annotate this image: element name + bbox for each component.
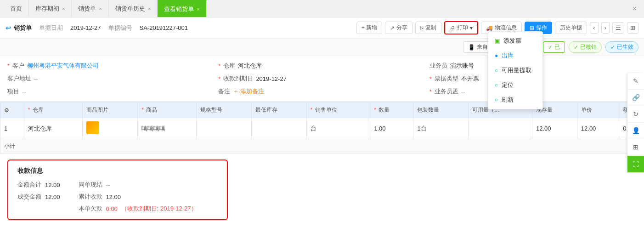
ticket-required: *	[429, 75, 432, 82]
sidebar-link-icon[interactable]: 🔗	[627, 90, 644, 106]
mobile-icon: 📱	[468, 44, 475, 51]
due-value: 2019-12-27	[256, 75, 287, 82]
settle-label: 同单现结	[79, 181, 102, 189]
address-label: 客户地址	[7, 74, 31, 83]
row-product-img	[83, 118, 138, 139]
grid-view-button[interactable]: ⊞	[627, 22, 638, 34]
project-value: --	[22, 88, 26, 95]
table-row: 1 河北仓库 嘻嘻嘻嘻 台 1.00 1台 12.00 12.00 0.	[0, 118, 644, 139]
warehouse-field: * 仓库 河北仓库	[218, 62, 425, 70]
customer-value[interactable]: 柳州粤港平安气体有限公司	[27, 62, 99, 70]
doc-title-block: ↩ 销货单	[6, 24, 32, 32]
print-dropdown-arrow: ▾	[470, 25, 473, 31]
payment-col-left: 金额合计 12.00 成交金额 12.00	[17, 181, 60, 213]
project-field: 项目 --	[7, 87, 215, 96]
print-button[interactable]: 🖨 打印 ▾	[444, 21, 478, 34]
project-label: 项目	[7, 87, 19, 96]
owed-value: 0.00	[106, 205, 118, 212]
refresh-icon: ○	[495, 97, 498, 103]
share-icon: ↗	[390, 25, 395, 31]
sidebar-table-icon[interactable]: ⊞	[627, 139, 644, 156]
col-unit: * 销售单位	[306, 103, 370, 118]
menu-locate[interactable]: ○ 定位	[488, 78, 542, 92]
row-min-stock	[251, 118, 306, 139]
new-button[interactable]: + 新增	[356, 22, 382, 34]
warehouse-value: 河北仓库	[238, 62, 262, 70]
sidebar-refresh-icon[interactable]: ↻	[627, 106, 644, 123]
list-view-button[interactable]: ☰	[612, 22, 624, 34]
sold-check-icon: ✓	[574, 44, 578, 51]
row-qty: 1.00	[370, 118, 413, 139]
prev-button[interactable]: ‹	[590, 22, 598, 34]
total-label: 金额合计	[17, 181, 41, 189]
menu-outbound[interactable]: ● 出库	[488, 48, 542, 63]
table-container: ⚙ * 仓库 商品图片 * 商品 规格型号 最低库存 * 销售单位 * 数量 包…	[0, 102, 644, 154]
window-close-button[interactable]: ×	[629, 5, 640, 13]
no-value: SA-20191227-001	[140, 24, 188, 31]
bottom-section: 收款信息 金额合计 12.00 成交金额 12.00 同单现结 --	[0, 154, 644, 226]
col-min-stock: 最低库存	[251, 103, 306, 118]
table-header-row: ⚙ * 仓库 商品图片 * 商品 规格型号 最低库存 * 销售单位 * 数量 包…	[0, 103, 644, 118]
row-product: 嘻嘻嘻嘻	[138, 118, 196, 139]
tab-close-sales[interactable]: ×	[99, 6, 102, 11]
payment-title: 收款信息	[17, 167, 218, 175]
owed-label: 本单欠款	[79, 205, 102, 213]
due-label: 收款到期日	[223, 74, 253, 83]
row-available	[469, 118, 532, 139]
sidebar-user-icon[interactable]: 👤	[627, 123, 644, 139]
row-pack-qty: 1台	[413, 118, 469, 139]
next-button[interactable]: ›	[601, 22, 610, 34]
warehouse-required: *	[218, 63, 220, 69]
tab-home[interactable]: 首页	[4, 0, 29, 17]
note-field: 备注 ＋ 添加备注	[218, 87, 425, 96]
tab-sales-order[interactable]: 销货单 ×	[72, 0, 108, 17]
col-product: * 商品	[138, 103, 196, 118]
customer-required: *	[7, 63, 10, 69]
sidebar-edit-icon[interactable]: ✎	[627, 73, 644, 90]
tab-close-history[interactable]: ×	[148, 6, 151, 11]
sidebar-fullscreen-icon[interactable]: ⛶	[627, 156, 644, 172]
plus-icon: ＋	[233, 87, 239, 96]
row-stock: 12.00	[532, 118, 577, 139]
add-invoice-icon: ▣	[495, 38, 500, 44]
locate-icon: ○	[495, 82, 498, 88]
tab-inventory-init[interactable]: 库存期初 ×	[29, 0, 72, 17]
tab-close-inventory[interactable]: ×	[62, 6, 65, 11]
grid-icon: ⊞	[530, 25, 534, 31]
qty-pick-icon: ○	[495, 67, 498, 74]
customer-field: * 客户 柳州粤港平安气体有限公司	[7, 62, 215, 70]
check-icon: ✓	[548, 44, 553, 51]
staff-label: 业务员	[429, 62, 447, 70]
share-button[interactable]: ↗ 分享	[385, 22, 412, 34]
sub-toolbar: 📱 来自手机 ○ 未开票 ✓ 已 ✓ 已核销 ✓ 已生效	[0, 39, 644, 56]
menu-qty-pick[interactable]: ○ 可用量提取	[488, 63, 542, 78]
row-unit-price: 12.00	[577, 118, 619, 139]
tab-close-view-sales[interactable]: ×	[197, 6, 199, 12]
payment-settle-row: 同单现结 --	[79, 181, 197, 189]
payment-rows: 金额合计 12.00 成交金额 12.00 同单现结 -- 累计收款	[17, 181, 218, 213]
outbound-icon: ●	[495, 52, 498, 59]
tab-view-sales[interactable]: 查看销货单 ×	[158, 0, 206, 17]
owed-note: （收款到期日: 2019-12-27）	[121, 205, 197, 213]
payment-total-row: 金额合计 12.00	[17, 181, 60, 189]
col-settings[interactable]: ⚙	[0, 103, 24, 118]
check-button[interactable]: ✓ 已	[543, 41, 565, 53]
menu-refresh[interactable]: ○ 刷新	[488, 92, 542, 107]
col-warehouse: * 仓库	[24, 103, 82, 118]
row-warehouse: 河北仓库	[24, 118, 82, 139]
copy-button[interactable]: ⎘ 复制	[415, 22, 441, 34]
payment-info: 收款信息 金额合计 12.00 成交金额 12.00 同单现结 --	[7, 160, 228, 220]
menu-add-invoice[interactable]: ▣ 添发票	[488, 34, 542, 48]
effective-check-icon: ✓	[610, 44, 615, 51]
address-value: --	[34, 75, 38, 82]
col-spec: 规格型号	[196, 103, 251, 118]
add-note-button[interactable]: ＋ 添加备注	[233, 87, 264, 96]
tab-sales-history[interactable]: 销货单历史 ×	[109, 0, 158, 17]
history-button[interactable]: 历史单据	[555, 22, 587, 34]
sold-status: ✓ 已核销	[569, 41, 602, 53]
doc-title-text: 销货单	[14, 24, 32, 32]
subtotal-row: 小计	[0, 139, 644, 154]
ticket-value: 不开票	[461, 74, 479, 83]
cumulative-value: 12.00	[106, 194, 121, 200]
print-icon: 🖨	[450, 25, 455, 31]
